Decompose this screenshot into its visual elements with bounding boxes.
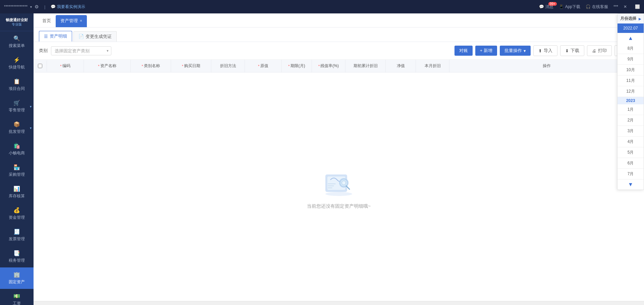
messages-button[interactable]: 💬 消息 99+ <box>539 4 553 10</box>
month-item-2023-5[interactable]: 5月 <box>618 147 644 158</box>
download-button[interactable]: ⬇ 下载 <box>560 45 584 56</box>
th-period-depr: 期初累计折旧 <box>345 60 386 72</box>
sidebar-item-quick-nav[interactable]: ⚡ 快捷导航 <box>0 53 34 74</box>
search-icon: 🔍 <box>13 35 20 42</box>
month-item-2023-2[interactable]: 2月 <box>618 115 644 126</box>
month-item-2022-07[interactable]: 2022.07 <box>618 23 644 33</box>
demo-link[interactable]: 💬 我要看实例演示 <box>51 4 85 10</box>
svg-point-0 <box>325 192 352 196</box>
th-category: * 类别名称 <box>131 60 171 72</box>
sidebar-item-ecom[interactable]: 🛍️ 小畅电商 <box>0 139 34 160</box>
sidebar-item-project[interactable]: 📋 项目合同 <box>0 74 34 96</box>
company-name: *************** <box>4 4 28 9</box>
demo-icon: 💬 <box>51 4 56 9</box>
tab-close-icon[interactable]: × <box>80 18 82 23</box>
tab-assets[interactable]: 资产管理 × <box>56 15 87 27</box>
app-download-button[interactable]: 📱 App下载 <box>559 4 580 10</box>
import-icon: ⬆ <box>538 48 542 53</box>
sidebar-item-salary[interactable]: 💵 工资 <box>0 289 34 305</box>
ecom-icon: 🛍️ <box>13 143 20 149</box>
horizontal-scrollbar[interactable] <box>34 301 644 305</box>
settings-icon[interactable]: ⚙ <box>35 4 39 9</box>
month-item-12[interactable]: 12月 <box>618 86 644 97</box>
sidebar-item-assets[interactable]: 🏢 固定资产 <box>0 267 34 289</box>
month-item-2023-6[interactable]: 6月 <box>618 158 644 169</box>
month-item-2023-7[interactable]: 7月 <box>618 169 644 180</box>
th-code: * 编码 <box>47 60 84 72</box>
month-item-2023-1[interactable]: 1月 <box>618 104 644 115</box>
month-picker-toggle[interactable]: ▸ <box>639 16 641 21</box>
sidebar-item-purchase[interactable]: 🏪 采购管理 <box>0 160 34 182</box>
empty-text: 当前您还没有固定资产明细哦~ <box>307 203 371 209</box>
quick-nav-icon: ⚡ <box>13 57 20 63</box>
sidebar-logo: 畅捷通好业财 专业版 <box>0 13 34 31</box>
finance-icon: 💰 <box>13 207 20 213</box>
header-left: *************** ▾ ⚙ | 💬 我要看实例演示 <box>4 4 85 10</box>
sidebar-item-retail[interactable]: 🛒 零售管理 <box>0 96 34 117</box>
month-item-9[interactable]: 9月 <box>618 54 644 65</box>
month-item-8[interactable]: 8月 <box>618 43 644 54</box>
app-subtitle: 专业版 <box>3 22 31 27</box>
th-buy-date: * 购买日期 <box>171 60 211 72</box>
import-button[interactable]: ⬆ 导入 <box>533 45 557 56</box>
tab-bar: 首页 资产管理 × <box>34 13 644 28</box>
empty-illustration <box>319 164 359 198</box>
download-icon: ⬇ <box>565 48 569 53</box>
th-ops: 操作 <box>449 60 644 72</box>
category-select[interactable]: 选择固定资产类别 <box>51 46 111 55</box>
main-layout: 畅捷通好业财 专业版 🔍 搜索菜单 ⚡ 快捷导航 📋 项目合同 🛒 零售管理 📦… <box>0 13 644 305</box>
online-service-button[interactable]: 🎧 在线客服 <box>586 4 608 10</box>
select-all-checkbox[interactable] <box>38 64 42 68</box>
inventory-icon: 📊 <box>13 186 20 192</box>
assets-icon: 🏢 <box>13 271 20 278</box>
sidebar-item-inventory[interactable]: 📊 库存核算 <box>0 182 34 203</box>
add-button[interactable]: + 新增 <box>475 46 497 56</box>
purchase-icon: 🏪 <box>13 164 20 170</box>
reconcile-button[interactable]: 对账 <box>454 46 473 56</box>
headset-icon: 🎧 <box>586 4 591 9</box>
prev-year-arrow[interactable]: ▲ <box>628 35 633 41</box>
invoice-icon: 🧾 <box>13 228 20 235</box>
month-item-10[interactable]: 10月 <box>618 65 644 75</box>
header-right: 💬 消息 99+ 📱 App下载 🎧 在线客服 *** ✕ ⬜ <box>539 4 640 10</box>
company-dropdown-arrow[interactable]: ▾ <box>30 5 32 9</box>
next-year-arrow[interactable]: ▼ <box>628 182 633 188</box>
th-residual: * 残值率(%) <box>312 60 345 72</box>
content-area: 首页 资产管理 × ☰ 资产明细 📄 变更生成凭证 <box>34 13 644 305</box>
month-picker-header: 月份选择 ▸ <box>618 14 644 23</box>
month-picker-panel: 月份选择 ▸ 2022.07 ▲ 8月 9月 10月 11月 12月 2023 … <box>617 13 644 190</box>
print-icon: 🖨 <box>592 48 596 53</box>
tab-home[interactable]: 首页 <box>38 15 56 27</box>
page-content: ☰ 资产明细 📄 变更生成凭证 类别 选择固定资产类别 ▾ <box>34 28 644 305</box>
sub-tab-detail[interactable]: ☰ 资产明细 <box>39 31 72 42</box>
sidebar-item-search[interactable]: 🔍 搜索菜单 <box>0 31 34 53</box>
sidebar-item-batch[interactable]: 📦 批发管理 <box>0 117 34 139</box>
sidebar-item-invoice[interactable]: 🧾 发票管理 <box>0 224 34 246</box>
salary-icon: 💵 <box>13 293 20 299</box>
month-picker-title: 月份选择 <box>620 16 636 21</box>
sidebar: 畅捷通好业财 专业版 🔍 搜索菜单 ⚡ 快捷导航 📋 项目合同 🛒 零售管理 📦… <box>0 13 34 305</box>
app-title: 畅捷通好业财 <box>3 17 31 22</box>
batch-ops-button[interactable]: 批量操作 ▾ <box>500 46 531 56</box>
toolbar-left: 类别 选择固定资产类别 ▾ <box>39 46 451 55</box>
list-icon: ☰ <box>44 34 48 39</box>
voucher-icon: 📄 <box>78 34 84 39</box>
sidebar-item-tax[interactable]: 📑 税务管理 <box>0 246 34 267</box>
close-button[interactable]: ✕ <box>624 4 627 9</box>
svg-point-6 <box>342 181 346 185</box>
th-method: 折旧方法 <box>211 60 245 72</box>
batch-icon: 📦 <box>13 121 20 128</box>
month-picker-nav: ▲ <box>618 33 644 43</box>
sidebar-item-finance[interactable]: 💰 资金管理 <box>0 203 34 224</box>
top-header: *************** ▾ ⚙ | 💬 我要看实例演示 💬 消息 99+… <box>0 0 644 13</box>
month-item-11[interactable]: 11月 <box>618 75 644 86</box>
month-item-2023-4[interactable]: 4月 <box>618 137 644 147</box>
tax-icon: 📑 <box>13 250 20 256</box>
th-period: * 期限(月) <box>282 60 312 72</box>
month-item-2023-3[interactable]: 3月 <box>618 126 644 137</box>
maximize-button[interactable]: ⬜ <box>635 4 640 9</box>
phone-icon: 📱 <box>559 4 564 9</box>
print-button[interactable]: 🖨 打印 <box>587 45 612 56</box>
category-label: 类别 <box>39 48 48 54</box>
sub-tab-voucher[interactable]: 📄 变更生成凭证 <box>73 31 117 42</box>
